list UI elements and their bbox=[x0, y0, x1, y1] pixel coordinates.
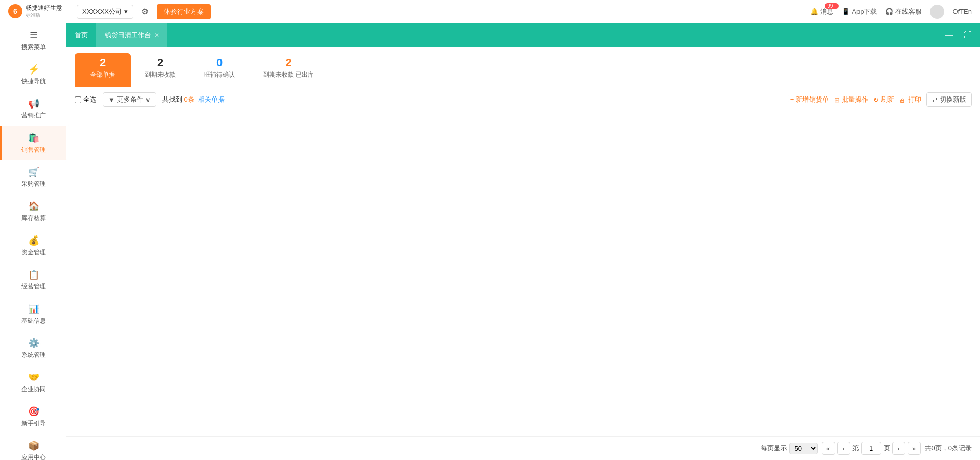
user-name: OfTEn bbox=[952, 8, 972, 15]
sidebar-item-sales[interactable]: 🛍️ 销售管理 bbox=[0, 126, 66, 160]
sidebar-item-search[interactable]: ☰ 搜索菜单 bbox=[0, 23, 66, 58]
stat-number-pending: 0 bbox=[216, 57, 223, 68]
page-label: 第 bbox=[852, 444, 859, 453]
refresh-icon: ↻ bbox=[873, 96, 879, 104]
sidebar-item-operations[interactable]: 📋 经营管理 bbox=[0, 263, 66, 297]
batch-icon: ⊞ bbox=[834, 96, 840, 104]
sidebar-item-guide[interactable]: 🎯 新手引导 bbox=[0, 400, 66, 434]
stat-number-all: 2 bbox=[100, 57, 106, 68]
select-all-label: 全选 bbox=[83, 95, 96, 104]
company-name: XXXXXX公司 bbox=[82, 7, 122, 16]
layout: ☰ 搜索菜单 ⚡ 快捷导航 📢 营销推广 🛍️ 销售管理 🛒 采购管理 🏠 库存… bbox=[0, 23, 980, 460]
stat-label-all: 全部单据 bbox=[90, 70, 115, 79]
filter-icon: ▼ bbox=[108, 96, 115, 104]
sidebar-item-finance[interactable]: 💰 资金管理 bbox=[0, 229, 66, 263]
stat-label-overdue: 到期未收款 bbox=[145, 70, 176, 79]
page-input[interactable] bbox=[861, 442, 881, 455]
stat-tab-overdue-out[interactable]: 2 到期未收款 已出库 bbox=[249, 53, 328, 87]
operations-icon: 📋 bbox=[28, 269, 39, 280]
sidebar-label-quick-nav: 快捷导航 bbox=[21, 77, 46, 86]
top-bar-right: 🔔 消息 99+ 📱 App下载 🎧 在线客服 OfTEn bbox=[810, 5, 972, 19]
sidebar-label-system: 系统管理 bbox=[21, 351, 46, 359]
sidebar-label-inventory: 库存核算 bbox=[21, 214, 46, 223]
stat-tab-overdue[interactable]: 2 到期未收款 bbox=[131, 53, 190, 87]
sales-icon: 🛍️ bbox=[28, 132, 39, 143]
search-menu-icon: ☰ bbox=[30, 30, 38, 41]
app-download-button[interactable]: 📱 App下载 bbox=[842, 7, 877, 16]
headset-icon: 🎧 bbox=[885, 8, 893, 15]
print-icon: 🖨 bbox=[899, 96, 906, 104]
page-suffix: 页 bbox=[884, 444, 890, 453]
last-page-button[interactable]: » bbox=[908, 442, 921, 455]
sidebar-item-enterprise[interactable]: 🤝 企业协同 bbox=[0, 366, 66, 400]
guide-icon: 🎯 bbox=[28, 406, 39, 417]
company-selector[interactable]: XXXXXX公司 ▾ bbox=[77, 5, 133, 19]
add-order-button[interactable]: + 新增销货单 bbox=[790, 95, 829, 104]
refresh-button[interactable]: ↻ 刷新 bbox=[873, 95, 894, 104]
tab-close-icon[interactable]: ✕ bbox=[154, 32, 159, 39]
marketing-icon: 📢 bbox=[28, 98, 39, 109]
quick-nav-icon: ⚡ bbox=[28, 64, 39, 75]
sidebar-item-basic-info[interactable]: 📊 基础信息 bbox=[0, 297, 66, 331]
mobile-icon: 📱 bbox=[842, 8, 850, 15]
tab-workbench-label: 钱货日清工作台 bbox=[105, 31, 151, 40]
sidebar-item-purchase[interactable]: 🛒 采购管理 bbox=[0, 160, 66, 195]
toolbar-right: + 新增销货单 ⊞ 批量操作 ↻ 刷新 🖨 打印 ⇄ bbox=[790, 92, 972, 107]
logo-title: 畅捷通好生意 bbox=[26, 4, 62, 11]
sidebar-item-system[interactable]: ⚙️ 系统管理 bbox=[0, 331, 66, 366]
switch-icon: ⇄ bbox=[932, 96, 938, 104]
batch-operation-button[interactable]: ⊞ 批量操作 bbox=[834, 95, 868, 104]
page-total: 共0页，0条记录 bbox=[925, 444, 972, 453]
prev-page-button[interactable]: ‹ bbox=[837, 442, 850, 455]
found-text: 共找到 0条 相关单据 bbox=[162, 95, 225, 104]
messages-badge: 99+ bbox=[825, 3, 839, 9]
inventory-icon: 🏠 bbox=[28, 201, 39, 212]
sidebar-label-basic-info: 基础信息 bbox=[21, 317, 46, 325]
trial-button[interactable]: 体验行业方案 bbox=[157, 4, 211, 19]
sidebar-label-purchase: 采购管理 bbox=[21, 180, 46, 188]
sidebar-label-marketing: 营销推广 bbox=[21, 111, 46, 120]
basic-info-icon: 📊 bbox=[28, 303, 39, 314]
first-page-button[interactable]: « bbox=[822, 442, 835, 455]
select-all-checkbox[interactable]: 全选 bbox=[75, 95, 96, 104]
next-page-button[interactable]: › bbox=[892, 442, 905, 455]
content-area: 2 全部单据 2 到期未收款 0 旺辅待确认 2 到期未收款 已出库 bbox=[66, 47, 980, 460]
toolbar-left: 全选 ▼ 更多条件 ∨ 共找到 0条 相关单据 bbox=[75, 92, 784, 107]
online-service-button[interactable]: 🎧 在线客服 bbox=[885, 7, 922, 16]
sidebar-item-marketing[interactable]: 📢 营销推广 bbox=[0, 92, 66, 126]
found-count: 0条 bbox=[184, 95, 194, 103]
tab-workbench[interactable]: 钱货日清工作台 ✕ bbox=[96, 23, 167, 47]
settings-icon[interactable]: ⚙ bbox=[137, 4, 153, 19]
filter-button[interactable]: ▼ 更多条件 ∨ bbox=[103, 92, 156, 107]
print-button[interactable]: 🖨 打印 bbox=[899, 95, 921, 104]
tab-home[interactable]: 首页 bbox=[66, 23, 96, 47]
system-icon: ⚙️ bbox=[28, 337, 39, 349]
sidebar-label-finance: 资金管理 bbox=[21, 248, 46, 257]
per-page-select[interactable]: 50 100 200 bbox=[789, 443, 818, 454]
avatar[interactable] bbox=[930, 5, 944, 19]
stat-tab-pending[interactable]: 0 旺辅待确认 bbox=[190, 53, 249, 87]
sidebar-item-inventory[interactable]: 🏠 库存核算 bbox=[0, 195, 66, 229]
tab-expand-icon[interactable]: ⛶ bbox=[961, 28, 975, 42]
logo-area: 6 畅捷通好生意 标准版 bbox=[8, 4, 62, 18]
sidebar-label-guide: 新手引导 bbox=[21, 419, 46, 428]
per-page-label: 每页显示 bbox=[761, 444, 787, 453]
stat-number-overdue-out: 2 bbox=[286, 57, 292, 68]
toolbar: 全选 ▼ 更多条件 ∨ 共找到 0条 相关单据 + 新增销货单 bbox=[66, 87, 980, 112]
select-all-input[interactable] bbox=[75, 96, 81, 103]
sidebar-item-app-center[interactable]: 📦 应用中心 bbox=[0, 434, 66, 460]
sidebar-item-quick-nav[interactable]: ⚡ 快捷导航 bbox=[0, 58, 66, 92]
stats-tabs: 2 全部单据 2 到期未收款 0 旺辅待确认 2 到期未收款 已出库 bbox=[66, 47, 980, 87]
related-text[interactable]: 相关单据 bbox=[198, 95, 225, 103]
logo-icon: 6 bbox=[8, 4, 22, 18]
chevron-icon: ∨ bbox=[145, 96, 151, 104]
chevron-down-icon: ▾ bbox=[124, 8, 128, 15]
tab-minimize-icon[interactable]: — bbox=[942, 28, 957, 42]
messages-button[interactable]: 🔔 消息 99+ bbox=[810, 7, 834, 16]
main-content: 首页 钱货日清工作台 ✕ — ⛶ 2 全部单据 2 到期未 bbox=[66, 23, 980, 460]
enterprise-icon: 🤝 bbox=[28, 372, 39, 383]
switch-new-version-button[interactable]: ⇄ 切换新版 bbox=[926, 92, 972, 107]
stat-tab-all[interactable]: 2 全部单据 bbox=[75, 53, 131, 87]
stat-number-overdue: 2 bbox=[157, 57, 163, 68]
bell-icon: 🔔 bbox=[810, 8, 818, 15]
